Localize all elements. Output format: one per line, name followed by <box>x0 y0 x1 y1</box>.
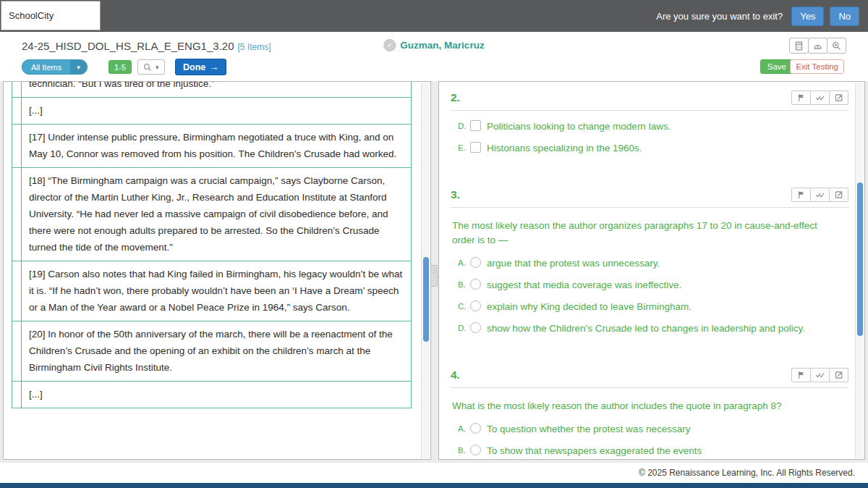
option-letter: C. <box>458 300 469 311</box>
passage-row: technician. “But I was tired of the inju… <box>12 82 411 97</box>
exit-confirmation-text: Are you sure you want to exit? <box>656 11 783 22</box>
arrow-right-icon: → <box>209 62 218 72</box>
flag-button[interactable] <box>791 368 811 382</box>
copyright-text: © 2025 Renaissance Learning, Inc. All Ri… <box>639 463 855 483</box>
passage-row: [19] Carson also notes that had King fai… <box>12 261 411 321</box>
flag-button[interactable] <box>791 188 811 202</box>
brand-text: SchoolCity <box>9 10 54 21</box>
passage-row: [20] In honor of the 50th anniversary of… <box>12 321 411 381</box>
answer-option[interactable]: B. suggest that media coverage was ineff… <box>458 279 848 291</box>
option-text: explain why King decided to leave Birmin… <box>487 300 692 313</box>
question-tools <box>792 368 848 382</box>
note-edit-icon <box>835 371 843 379</box>
option-letter: B. <box>458 279 469 289</box>
passage-scrollbar-track[interactable] <box>421 83 430 458</box>
save-button[interactable]: Save <box>760 59 793 74</box>
passage-row: [...] <box>12 381 411 408</box>
student-check-icon: ✓ <box>383 39 396 51</box>
chevron-down-icon: ▾ <box>156 64 159 71</box>
item-filter-dropdown[interactable]: All Items ▾ <box>22 59 88 75</box>
questions-panel: 2. D. Politicians looking to ch <box>438 81 865 460</box>
panel-resize-handle[interactable]: ⋮ <box>430 265 438 287</box>
top-bar: SchoolCity Are you sure you want to exit… <box>0 0 868 32</box>
no-button[interactable]: No <box>830 7 859 26</box>
answer-radio[interactable] <box>470 423 481 434</box>
zoom-in-icon <box>832 41 841 51</box>
flag-icon <box>797 190 806 199</box>
option-text: argue that the protest was unnecessary. <box>487 257 660 269</box>
zoom-button[interactable] <box>827 38 846 54</box>
option-text: suggest that media coverage was ineffect… <box>487 279 681 291</box>
question-divider <box>451 207 848 208</box>
answer-option[interactable]: C. explain why King decided to leave Bir… <box>458 300 848 313</box>
question-number: 2. <box>451 91 460 104</box>
question-divider <box>451 110 848 111</box>
passage-scrollbar-thumb[interactable] <box>423 257 429 342</box>
option-text: Politicians looking to change modern law… <box>487 120 671 132</box>
paragraph-gutter <box>12 261 22 321</box>
passage-row: [18] “The Birmingham campaign was a cruc… <box>12 167 411 261</box>
answer-option[interactable]: B. To show that newspapers exaggerated t… <box>458 445 848 457</box>
option-letter: D. <box>458 120 469 130</box>
bottom-accent-bar <box>0 483 868 488</box>
items-count-badge: [5 Items] <box>238 42 271 52</box>
question-tools <box>792 188 848 202</box>
note-edit-icon <box>835 93 843 102</box>
notes-button[interactable] <box>829 368 848 382</box>
answer-option[interactable]: D. show how the Children’s Crusade led t… <box>458 322 848 335</box>
check-answer-button[interactable] <box>810 188 830 202</box>
paragraph-gutter <box>12 382 22 408</box>
question-tools <box>792 91 848 105</box>
option-text: To show that newspapers exaggerated the … <box>487 445 702 457</box>
notes-button[interactable] <box>829 91 848 105</box>
option-letter: A. <box>458 257 469 267</box>
check-answer-button[interactable] <box>810 91 830 105</box>
answer-radio[interactable] <box>470 322 481 333</box>
check-answer-button[interactable] <box>810 368 830 382</box>
passage-scroll-area[interactable]: technician. “But I was tired of the inju… <box>12 82 412 459</box>
header: 24-25_HISD_DOL_HS_RLA_E_ENG1_3.20[5 Item… <box>0 32 868 81</box>
answer-radio[interactable] <box>470 279 481 290</box>
paragraph-text: [...] <box>22 382 411 408</box>
answer-option[interactable]: E. Historians specializing in the 1960s. <box>458 142 848 154</box>
passage-row: [17] Under intense public pressure, Birm… <box>12 124 411 167</box>
answer-option[interactable]: A. To question whether the protest was n… <box>458 423 848 435</box>
paragraph-gutter <box>12 98 22 124</box>
exit-testing-button[interactable]: Exit Testing <box>790 59 844 74</box>
answer-option[interactable]: D. Politicians looking to change modern … <box>458 120 848 132</box>
questions-scrollbar-track[interactable] <box>855 83 864 458</box>
done-button[interactable]: Done → <box>175 59 226 75</box>
paragraph-gutter <box>12 82 22 97</box>
paragraph-gutter <box>12 168 22 261</box>
answer-radio[interactable] <box>470 445 481 455</box>
yes-button[interactable]: Yes <box>791 7 824 26</box>
answer-checkbox[interactable] <box>470 142 481 153</box>
search-button[interactable]: ▾ <box>137 59 165 75</box>
student-info: ✓ Guzman, Maricruz <box>383 39 484 51</box>
flag-button[interactable] <box>791 91 811 105</box>
note-edit-icon <box>835 190 843 199</box>
option-letter: D. <box>458 322 469 332</box>
item-range-badge: 1-5 <box>109 60 132 74</box>
question-2: 2. D. Politicians looking to ch <box>451 91 848 154</box>
item-filter-value: All Items <box>22 60 70 74</box>
paragraph-text: [19] Carson also notes that had King fai… <box>22 261 411 321</box>
flag-icon <box>797 93 806 102</box>
answer-checkbox[interactable] <box>470 120 481 131</box>
question-header: 4. <box>451 368 848 382</box>
answer-option[interactable]: A. argue that the protest was unnecessar… <box>458 257 848 269</box>
answer-radio[interactable] <box>470 300 481 311</box>
notes-button[interactable] <box>829 188 848 202</box>
paragraph-text: [20] In honor of the 50th anniversary of… <box>22 321 411 381</box>
questions-scrollbar-thumb[interactable] <box>857 182 863 336</box>
question-4: 4. What is the most likely reason the au… <box>451 368 848 457</box>
question-number: 4. <box>451 369 460 382</box>
paragraph-text: technician. “But I was tired of the inju… <box>22 82 411 97</box>
question-3: 3. The most likely reason the author org… <box>451 188 848 335</box>
calculator-button[interactable] <box>789 38 809 54</box>
question-header: 2. <box>451 91 848 105</box>
protractor-button[interactable] <box>808 38 827 54</box>
questions-scroll-area[interactable]: 2. D. Politicians looking to ch <box>439 82 854 459</box>
answer-radio[interactable] <box>470 257 481 268</box>
test-title: 24-25_HISD_DOL_HS_RLA_E_ENG1_3.20[5 Item… <box>22 40 271 52</box>
